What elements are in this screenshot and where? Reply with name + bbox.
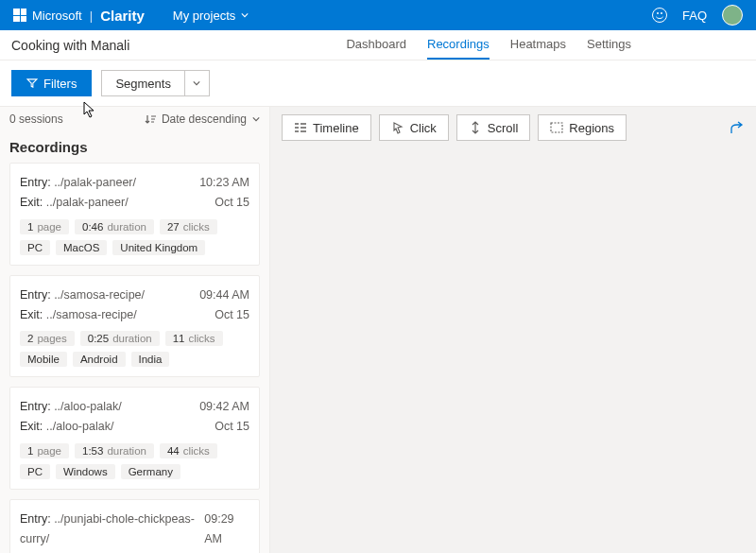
funnel-icon <box>26 78 38 88</box>
tab-recordings[interactable]: Recordings <box>427 30 490 60</box>
project-name: Cooking with Manali <box>11 38 129 53</box>
chevron-down-icon <box>193 79 200 87</box>
share-button[interactable] <box>730 121 745 134</box>
scroll-icon <box>469 121 482 134</box>
stat-chip: 0:25duration <box>80 331 160 346</box>
stat-chip: 1page <box>20 443 69 458</box>
chevron-down-icon <box>252 115 260 123</box>
entry-time: 09:42 AM <box>199 397 249 417</box>
entry-date: Oct 15 <box>215 305 249 325</box>
ms-logo[interactable]: Microsoft <box>13 9 82 23</box>
sort-control[interactable]: Date descending <box>145 112 260 126</box>
scroll-label: Scroll <box>488 121 519 135</box>
regions-icon <box>550 121 563 134</box>
tag-chip: Android <box>73 352 126 367</box>
sort-icon <box>145 114 156 124</box>
clarity-brand[interactable]: Clarity <box>100 8 145 24</box>
stat-chip: 1:53duration <box>75 443 154 458</box>
stat-chip: 0:46duration <box>75 219 154 234</box>
timeline-button[interactable]: Timeline <box>282 114 371 141</box>
filters-button[interactable]: Filters <box>11 70 92 96</box>
recordings-heading: Recordings <box>0 131 269 163</box>
tag-chip: Germany <box>121 464 180 479</box>
main-tabs: Dashboard Recordings Heatmaps Settings <box>346 30 631 60</box>
entry-date: Oct 15 <box>215 193 249 213</box>
playback-area: Timeline Click Scroll Regions <box>270 107 756 553</box>
tab-dashboard[interactable]: Dashboard <box>346 30 406 60</box>
tag-chip: PC <box>20 464 50 479</box>
my-projects-label: My projects <box>173 9 235 23</box>
exit-path: ../palak-paneer/ <box>46 196 129 209</box>
stat-chip: 2pages <box>20 331 75 346</box>
stat-chip: 11clicks <box>165 331 223 346</box>
stat-chip: 27clicks <box>160 219 217 234</box>
regions-label: Regions <box>569 121 614 135</box>
exit-label: Exit: <box>20 308 43 321</box>
filters-label: Filters <box>43 77 77 91</box>
tag-chip: United Kingdom <box>112 240 205 255</box>
timeline-icon <box>294 121 307 134</box>
scroll-button[interactable]: Scroll <box>456 114 531 141</box>
stat-chip: 44clicks <box>160 443 217 458</box>
entry-path: ../aloo-palak/ <box>54 400 122 413</box>
exit-path: ../samosa-recipe/ <box>46 308 137 321</box>
tag-chip: Mobile <box>20 352 67 367</box>
svg-rect-0 <box>551 123 562 132</box>
entry-time: 09:29 AM <box>204 510 249 550</box>
entry-date: Oct 15 <box>215 549 249 553</box>
stat-chip: 1page <box>20 219 69 234</box>
recording-card[interactable]: Entry: ../samosa-recipe/09:44 AMExit: ..… <box>9 275 260 378</box>
entry-label: Entry: <box>20 176 51 189</box>
tag-chip: Windows <box>56 464 115 479</box>
brand-sep: | <box>90 9 93 23</box>
entry-path: ../palak-paneer/ <box>54 176 136 189</box>
subheader: Cooking with Manali Dashboard Recordings… <box>0 30 756 60</box>
tag-chip: PC <box>20 240 50 255</box>
entry-label: Entry: <box>20 400 51 413</box>
entry-path: ../samosa-recipe/ <box>54 288 145 302</box>
recording-card[interactable]: Entry: ../palak-paneer/10:23 AMExit: ../… <box>9 163 260 266</box>
entry-label: Entry: <box>20 512 51 526</box>
entry-label: Entry: <box>20 288 51 302</box>
recording-card[interactable]: Entry: ../punjabi-chole-chickpeas-curry/… <box>9 499 260 554</box>
tag-chip: MacOS <box>56 240 107 255</box>
entry-date: Oct 15 <box>215 417 249 437</box>
exit-path: ../aloo-palak/ <box>46 420 114 433</box>
segments-dropdown[interactable]: Segments <box>101 70 210 96</box>
feedback-icon[interactable] <box>652 8 667 23</box>
my-projects-dropdown[interactable]: My projects <box>173 9 249 23</box>
exit-label: Exit: <box>20 420 43 433</box>
entry-time: 09:44 AM <box>199 285 249 305</box>
click-button[interactable]: Click <box>379 114 449 141</box>
topbar: Microsoft | Clarity My projects FAQ <box>0 0 756 30</box>
timeline-label: Timeline <box>313 121 359 135</box>
avatar[interactable] <box>722 5 743 26</box>
recordings-panel: 0 sessions Date descending Recordings En… <box>0 107 270 553</box>
sort-label: Date descending <box>162 112 247 126</box>
segments-label: Segments <box>102 77 184 91</box>
exit-label: Exit: <box>20 196 43 209</box>
faq-link[interactable]: FAQ <box>682 9 707 23</box>
click-icon <box>391 121 404 134</box>
tab-settings[interactable]: Settings <box>587 30 631 60</box>
regions-button[interactable]: Regions <box>538 114 627 141</box>
chevron-down-icon <box>241 11 249 19</box>
share-icon <box>730 121 745 134</box>
ms-brand-text: Microsoft <box>32 9 82 23</box>
tag-chip: India <box>131 352 170 367</box>
recording-card[interactable]: Entry: ../aloo-palak/09:42 AMExit: ../al… <box>9 387 260 490</box>
click-label: Click <box>410 121 437 135</box>
sessions-count: 0 sessions <box>9 112 63 126</box>
tab-heatmaps[interactable]: Heatmaps <box>510 30 566 60</box>
ms-logo-icon <box>13 9 26 22</box>
entry-time: 10:23 AM <box>199 173 249 193</box>
filter-row: Filters Segments <box>0 60 756 107</box>
playback-toolbar: Timeline Click Scroll Regions <box>270 107 756 148</box>
